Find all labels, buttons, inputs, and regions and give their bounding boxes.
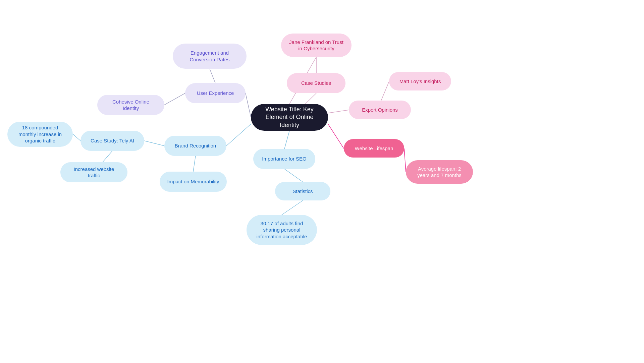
compounded-node: 18 compounded monthly increase in organi… — [7, 122, 73, 147]
brand-recognition-node: Brand Recognition — [164, 136, 226, 156]
website-lifespan-node: Website Lifespan — [344, 139, 404, 158]
expert-opinions-node: Expert Opinions — [349, 101, 411, 119]
matt-loy-node: Matt Loy's Insights — [389, 72, 451, 90]
engagement-node: Engagement and Conversion Rates — [173, 44, 247, 69]
cohesive-node: Cohesive Online Identity — [97, 95, 164, 115]
svg-line-17 — [284, 169, 303, 182]
impact-memorability-node: Impact on Memorability — [160, 172, 227, 192]
case-study-tely-node: Case Study: Tely AI — [80, 131, 144, 151]
center-node: Website Title: Key Element of Online Ide… — [251, 104, 328, 131]
svg-line-11 — [226, 124, 251, 146]
case-studies-node: Case Studies — [287, 73, 345, 93]
svg-line-9 — [328, 124, 344, 148]
svg-line-15 — [73, 134, 80, 141]
svg-line-16 — [284, 131, 289, 149]
importance-seo-node: Importance for SEO — [253, 149, 315, 169]
increased-traffic-node: Increased website traffic — [60, 162, 127, 182]
jane-node: Jane Frankland on Trust in Cybersecurity — [281, 34, 352, 57]
user-experience-node: User Experience — [185, 83, 246, 103]
svg-line-1 — [210, 69, 215, 83]
svg-line-10 — [404, 148, 406, 172]
svg-line-13 — [144, 141, 164, 146]
adults-node: 30.17 of adults find sharing personal in… — [247, 215, 317, 245]
statistics-node: Statistics — [275, 182, 330, 200]
svg-line-2 — [164, 93, 185, 105]
svg-line-12 — [193, 156, 196, 172]
svg-line-18 — [282, 200, 303, 215]
svg-line-0 — [246, 93, 251, 117]
avg-lifespan-node: Average lifespan: 2 years and 7 months — [406, 160, 473, 184]
